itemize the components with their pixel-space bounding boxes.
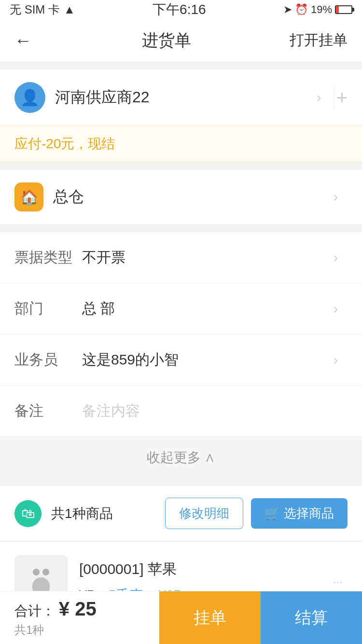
warehouse-chevron-icon: ›	[334, 189, 338, 205]
vertical-divider	[334, 85, 334, 110]
ticket-type-value: 不开票	[82, 248, 334, 267]
ticket-type-chevron-icon: ›	[334, 250, 338, 266]
remark-label: 备注	[14, 401, 82, 421]
total-label: 合计：	[14, 603, 55, 618]
bag-icon: 🛍	[21, 505, 35, 521]
collapse-button[interactable]: 收起更多 ∧	[0, 436, 362, 478]
warehouse-row[interactable]: 🏠 总仓 ›	[0, 170, 362, 224]
status-time: 下午6:16	[153, 0, 206, 19]
avatar-icon: 👤	[20, 88, 40, 107]
bottom-bar: 合计： ¥ 25 共1种 挂单 结算	[0, 591, 362, 644]
edit-detail-button[interactable]: 修改明细	[165, 498, 243, 529]
add-button[interactable]: +	[336, 87, 348, 109]
warehouse-section: 🏠 总仓 ›	[0, 170, 362, 224]
alarm-icon: ⏰	[295, 3, 308, 16]
cart-icon: 🛒	[265, 506, 280, 521]
total-section: 合计： ¥ 25 共1种	[0, 598, 159, 638]
department-value: 总 部	[82, 299, 334, 319]
salesperson-chevron-icon: ›	[334, 352, 338, 368]
salesperson-row[interactable]: 业务员 这是859的小智 ›	[0, 334, 362, 385]
select-product-button[interactable]: 🛒 选择商品	[251, 498, 348, 529]
products-count: 共1种商品	[51, 504, 165, 523]
salesperson-value: 这是859的小智	[82, 350, 334, 370]
product-name: [0000001] 苹果	[79, 560, 328, 579]
ticket-type-row[interactable]: 票据类型 不开票 ›	[0, 232, 362, 283]
department-chevron-icon: ›	[334, 301, 338, 317]
product-title: 苹果	[148, 561, 177, 577]
remark-row[interactable]: 备注 备注内容	[0, 385, 362, 436]
products-icon: 🛍	[14, 500, 42, 527]
status-bar: 无 SIM 卡 ▲ 下午6:16 ➤ ⏰ 19%	[0, 0, 362, 19]
ticket-type-label: 票据类型	[14, 248, 82, 267]
supplier-section: 👤 河南供应商22 › + 应付-20元，现结	[0, 70, 362, 162]
checkout-button[interactable]: 结算	[261, 591, 362, 644]
hang-order-button[interactable]: 挂单	[159, 591, 261, 644]
total-row: 合计： ¥ 25	[14, 598, 145, 620]
open-hang-button[interactable]: 打开挂单	[290, 30, 348, 50]
alert-band: 应付-20元，现结	[0, 126, 362, 162]
supplier-name: 河南供应商22	[55, 87, 317, 108]
warehouse-name: 总仓	[53, 186, 334, 208]
remark-input[interactable]: 备注内容	[82, 401, 348, 421]
status-right: ➤ ⏰ 19%	[283, 3, 352, 16]
page-title: 进货单	[142, 29, 191, 52]
salesperson-label: 业务员	[14, 350, 82, 370]
location-icon: ➤	[283, 3, 292, 16]
battery-text: 19%	[311, 3, 332, 16]
department-label: 部门	[14, 299, 82, 319]
department-row[interactable]: 部门 总 部 ›	[0, 283, 362, 334]
total-count: 共1种	[14, 622, 145, 638]
form-section: 票据类型 不开票 › 部门 总 部 › 业务员 这是859的小智 › 备注 备注…	[0, 232, 362, 478]
supplier-row[interactable]: 👤 河南供应商22 › +	[0, 70, 362, 126]
warehouse-icon: 🏠	[14, 182, 43, 211]
carrier-text: 无 SIM 卡	[10, 2, 60, 17]
back-button[interactable]: ←	[14, 26, 43, 55]
select-product-label: 选择商品	[284, 505, 334, 522]
supplier-avatar: 👤	[14, 82, 45, 113]
nav-bar: ← 进货单 打开挂单	[0, 19, 362, 62]
status-left: 无 SIM 卡 ▲	[10, 2, 75, 17]
wifi-icon: ▲	[64, 3, 75, 16]
battery-icon	[335, 5, 352, 14]
more-options-button[interactable]: ···	[328, 570, 348, 593]
products-header: 🛍 共1种商品 修改明细 🛒 选择商品	[0, 486, 362, 541]
supplier-chevron-icon: ›	[317, 90, 321, 105]
product-code: [0000001]	[79, 561, 143, 577]
total-amount: ¥ 25	[59, 598, 97, 619]
